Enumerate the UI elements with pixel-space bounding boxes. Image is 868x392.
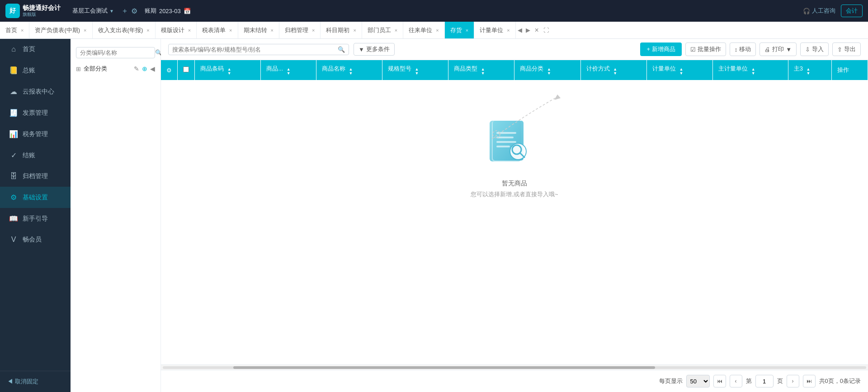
sidebar-item-guide[interactable]: 📖 新手引导 xyxy=(0,208,71,229)
company-name[interactable]: 基层工会测试 ▼ xyxy=(72,7,114,15)
import-icon: ⇩ xyxy=(805,46,810,53)
tab-close-tax[interactable]: × xyxy=(229,28,232,33)
tab-home[interactable]: 首页 × xyxy=(0,22,29,39)
prev-page-button[interactable]: ‹ xyxy=(730,375,742,387)
main-search-box: 🔍 xyxy=(168,44,349,55)
sidebar-item-close[interactable]: ✓ 结账 xyxy=(0,145,71,166)
col-operations: 操作 xyxy=(832,60,868,80)
add-icon[interactable]: ＋ xyxy=(121,6,128,16)
add-category-icon[interactable]: ⊕ xyxy=(142,65,147,72)
service-button[interactable]: 🎧 人工咨询 xyxy=(803,7,835,15)
col-checkbox[interactable] xyxy=(178,60,195,80)
category-all[interactable]: ⊞ 全部分类 ✎ ⊕ ◀ xyxy=(71,62,160,76)
svg-marker-0 xyxy=(554,94,561,100)
add-product-button[interactable]: + 新增商品 xyxy=(640,43,681,56)
col-category[interactable]: 商品分类 ▲▼ xyxy=(514,60,580,80)
tab-close-all[interactable]: × xyxy=(532,26,542,34)
collapse-icon[interactable]: ◀ xyxy=(150,65,155,72)
tab-close-dept[interactable]: × xyxy=(395,28,397,33)
tax-icon: 📊 xyxy=(9,130,18,138)
next-page-button[interactable]: › xyxy=(787,375,799,387)
svg-point-1 xyxy=(493,131,500,138)
category-search-input[interactable] xyxy=(80,49,152,56)
first-page-button[interactable]: ⏮ xyxy=(713,375,726,387)
col-spec[interactable]: 规格型号 ▲▼ xyxy=(382,60,448,80)
import-button[interactable]: ⇩ 导入 xyxy=(800,43,829,56)
per-page-select[interactable]: 10 20 50 100 xyxy=(686,375,710,387)
select-all-checkbox[interactable] xyxy=(183,66,189,72)
total-count: 共0页，0条记录 xyxy=(819,377,861,385)
sidebar-item-reports[interactable]: ☁ 云报表中心 xyxy=(0,81,71,102)
export-button[interactable]: ⇧ 导出 xyxy=(832,43,861,56)
move-button[interactable]: ↕ 移动 xyxy=(730,43,756,56)
tab-unit[interactable]: 计量单位 × xyxy=(474,22,515,39)
tab-close-unit[interactable]: × xyxy=(507,28,509,33)
scroll-thumb[interactable] xyxy=(233,366,656,369)
logo-subtitle: 旗舰版 xyxy=(23,11,61,18)
empty-state: 暂无商品 您可以选择新增,或者直接导入哦~ xyxy=(161,80,868,235)
tab-next[interactable]: ▶ xyxy=(524,27,532,33)
tab-period-close[interactable]: 期末结转 × xyxy=(238,22,279,39)
page-number-input[interactable] xyxy=(755,375,774,387)
tab-close-subject[interactable]: × xyxy=(353,28,356,33)
tab-template[interactable]: 模版设计 × xyxy=(156,22,197,39)
sidebar-pin-toggle[interactable]: ◀ 取消固定 xyxy=(0,371,71,392)
tab-close-template[interactable]: × xyxy=(188,28,191,33)
category-action-btns: ✎ ⊕ ◀ xyxy=(134,65,155,72)
gear-icon: ⚙ xyxy=(9,193,18,202)
tab-contact[interactable]: 往来单位 × xyxy=(403,22,444,39)
sidebar-item-archive[interactable]: 🗄 归档管理 xyxy=(0,166,71,187)
tab-department[interactable]: 部门员工 × xyxy=(362,22,403,39)
main-search-input[interactable] xyxy=(172,46,335,53)
col-unit[interactable]: 计量单位 ▲▼ xyxy=(646,60,712,80)
col-name[interactable]: 商品名称 ▲▼ xyxy=(316,60,382,80)
calendar-icon[interactable]: 📅 xyxy=(184,8,191,14)
sidebar-item-home[interactable]: ⌂ 首页 xyxy=(0,39,71,60)
logo-text-block: 畅捷通好会计 旗舰版 xyxy=(23,4,61,18)
tab-subject[interactable]: 科目期初 × xyxy=(321,22,362,39)
close-book-icon: ✓ xyxy=(9,151,18,160)
col-settings[interactable]: ⚙ xyxy=(161,60,178,80)
tab-close-balance[interactable]: × xyxy=(84,28,86,33)
col-main-unit[interactable]: 主计量单位 ▲▼ xyxy=(713,60,788,80)
tab-close-period[interactable]: × xyxy=(271,28,274,33)
col-type[interactable]: 商品类型 ▲▼ xyxy=(448,60,514,80)
sidebar-item-tax[interactable]: 📊 税务管理 xyxy=(0,123,71,145)
move-icon: ↕ xyxy=(735,46,738,53)
tab-close-inventory[interactable]: × xyxy=(466,28,468,33)
sidebar-item-member[interactable]: V 畅会员 xyxy=(0,229,71,250)
sidebar-item-invoice[interactable]: 🧾 发票管理 xyxy=(0,102,71,123)
horizontal-scrollbar[interactable] xyxy=(161,364,868,370)
scroll-track[interactable] xyxy=(163,366,866,369)
tab-income[interactable]: 收入支出表(年报) × xyxy=(93,22,156,39)
account-button[interactable]: 会计 xyxy=(841,5,863,17)
print-button[interactable]: 🖨 打印 ▼ xyxy=(760,43,797,56)
main-search-icon[interactable]: 🔍 xyxy=(338,46,345,53)
tab-archive[interactable]: 归档管理 × xyxy=(279,22,321,39)
tab-close-home[interactable]: × xyxy=(21,28,24,33)
company-dropdown-icon: ▼ xyxy=(109,9,114,14)
tab-close-contact[interactable]: × xyxy=(436,28,439,33)
tab-close-income[interactable]: × xyxy=(146,28,149,33)
ledger-icon: 📒 xyxy=(9,66,18,75)
sidebar-item-ledger[interactable]: 📒 总账 xyxy=(0,60,71,81)
table-container: ⚙ 商品条码 ▲▼ 商品... ▲▼ 商品名称 ▲▼ 规格型号 ▲▼ 商品类型 … xyxy=(161,60,868,364)
filter-button[interactable]: ▼ 更多条件 xyxy=(354,43,395,56)
col-barcode[interactable]: 商品条码 ▲▼ xyxy=(195,60,261,80)
settings-icon[interactable]: ⚙ xyxy=(131,7,137,15)
col-3[interactable]: 主3 ▲▼ xyxy=(788,60,832,80)
col-pricing[interactable]: 计价方式 ▲▼ xyxy=(580,60,646,80)
batch-button[interactable]: ☑ 批量操作 xyxy=(685,43,726,56)
tab-balance-sheet[interactable]: 资产负债表(中期) × xyxy=(29,22,92,39)
second-toolbar: 🔍 ▼ 更多条件 + 新增商品 ☑ 批量操作 ↕ xyxy=(161,39,868,60)
last-page-button[interactable]: ⏭ xyxy=(803,375,816,387)
tab-tax-list[interactable]: 税表清单 × xyxy=(197,22,238,39)
grid-icon: ⊞ xyxy=(76,66,81,72)
col-code[interactable]: 商品... ▲▼ xyxy=(261,60,316,80)
sidebar-item-basic[interactable]: ⚙ 基础设置 xyxy=(0,187,71,208)
edit-icon[interactable]: ✎ xyxy=(134,65,139,72)
tab-expand[interactable]: ⛶ xyxy=(542,27,551,33)
tab-close-archive[interactable]: × xyxy=(312,28,315,33)
tab-prev[interactable]: ◀ xyxy=(516,27,524,33)
tab-inventory[interactable]: 存货 × xyxy=(445,22,474,39)
